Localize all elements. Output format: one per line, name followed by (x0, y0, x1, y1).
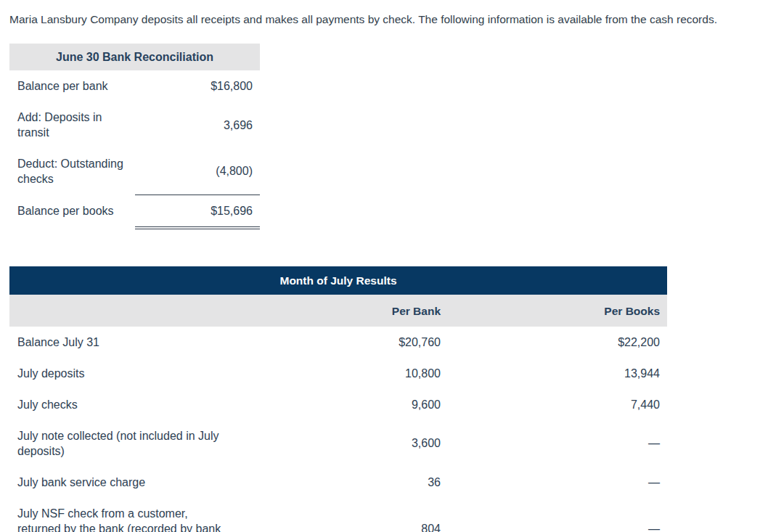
per-bank-value: 10,800 (229, 358, 448, 389)
june-reconciliation-table: June 30 Bank Reconciliation Balance per … (9, 44, 260, 229)
table-row: Deduct: Outstanding checks (4,800) (9, 148, 260, 195)
row-label: Balance per books (9, 195, 135, 228)
per-books-value: 13,944 (448, 358, 667, 389)
july-table-title-row: Month of July Results (9, 266, 667, 295)
problem-statement: Maria Lansbury Company deposits all rece… (9, 8, 767, 31)
table-row: July note collected (not included in Jul… (9, 420, 667, 467)
row-value: 3,696 (135, 102, 261, 148)
table-row: Balance per books $15,696 (9, 195, 260, 228)
row-value: $15,696 (135, 195, 261, 228)
row-value: (4,800) (135, 148, 261, 195)
column-header-per-bank: Per Bank (229, 295, 448, 327)
row-label: July deposits (9, 358, 229, 389)
per-bank-value: 804 (229, 498, 448, 532)
row-label: July checks (9, 389, 229, 420)
june-table-header-row: June 30 Bank Reconciliation (9, 44, 260, 70)
table-row: July checks 9,600 7,440 (9, 389, 667, 420)
per-books-value: $22,200 (448, 327, 667, 358)
row-label: Add: Deposits in transit (9, 102, 135, 148)
per-books-value: — (448, 467, 667, 498)
july-table-title: Month of July Results (9, 266, 667, 295)
per-books-value: — (448, 498, 667, 532)
row-label: July NSF check from a customer, returned… (9, 498, 229, 532)
table-row: Balance July 31 $20,760 $22,200 (9, 327, 667, 358)
per-bank-value: 36 (229, 467, 448, 498)
problem-content: Maria Lansbury Company deposits all rece… (9, 8, 767, 532)
per-bank-value: 9,600 (229, 389, 448, 420)
empty-header-cell (9, 295, 229, 327)
row-label: Balance per bank (9, 70, 135, 102)
per-books-value: 7,440 (448, 389, 667, 420)
table-row: July bank service charge 36 — (9, 467, 667, 498)
column-header-per-books: Per Books (448, 295, 667, 327)
june-table-title: June 30 Bank Reconciliation (9, 44, 260, 70)
per-bank-value: $20,760 (229, 327, 448, 358)
table-row: July NSF check from a customer, returned… (9, 498, 667, 532)
per-books-value: — (448, 420, 667, 467)
row-label: Balance July 31 (9, 327, 229, 358)
july-table-column-header-row: Per Bank Per Books (9, 295, 667, 327)
row-label: July note collected (not included in Jul… (9, 420, 229, 467)
table-row: Add: Deposits in transit 3,696 (9, 102, 260, 148)
july-results-table: Month of July Results Per Bank Per Books… (9, 266, 667, 532)
per-bank-value: 3,600 (229, 420, 448, 467)
row-label: Deduct: Outstanding checks (9, 148, 135, 195)
table-row: July deposits 10,800 13,944 (9, 358, 667, 389)
row-label: July bank service charge (9, 467, 229, 498)
row-value: $16,800 (135, 70, 261, 102)
table-row: Balance per bank $16,800 (9, 70, 260, 102)
